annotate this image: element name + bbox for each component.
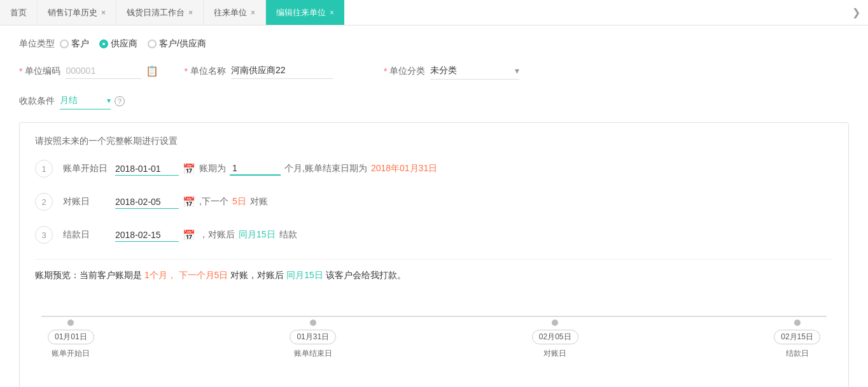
payment-settings-panel: 请按照未来的一个完整帐期进行设置 1 账单开始日 📅 账期为 个月,账单结束日期… [19, 122, 849, 387]
unit-category-select[interactable]: 未分类 ▾ [430, 62, 519, 80]
timeline-node-1: 01月31日 账单结束日 [290, 303, 336, 359]
preview-period: 1个月， [144, 270, 176, 280]
timeline-label-2: 对账日 [543, 348, 566, 359]
radio-circle-supplier [99, 39, 108, 48]
tab-edit-unit[interactable]: 编辑往来单位 × [266, 0, 344, 25]
payment-terms-value: 月结 [60, 95, 104, 106]
timeline-nodes: 01月01日 账单开始日 01月31日 账单结束日 02月05日 对账日 [48, 303, 820, 359]
radio-both[interactable]: 客户/供应商 [148, 38, 206, 50]
tab-home[interactable]: 首页 [0, 0, 38, 25]
timeline-label-3: 结款日 [786, 348, 809, 359]
unit-category-group: * 单位分类 未分类 ▾ [384, 62, 519, 80]
tab-cashier-label: 钱货日清工作台 [127, 7, 185, 18]
preview-text3: 该客户会给我打款。 [326, 270, 406, 280]
close-sales-history[interactable]: × [101, 8, 106, 17]
unit-category-star: * [384, 66, 387, 76]
unit-name-star: * [184, 66, 187, 76]
timeline-dot-3 [794, 320, 801, 326]
preview-payment: 同月15日 [286, 270, 323, 280]
timeline-label-1: 账单结束日 [294, 348, 332, 359]
unit-name-group: * 单位名称 [184, 63, 332, 79]
reconcile-day-highlight: 5日 [232, 196, 246, 208]
payment-terms-group: 收款条件 月结 ▾ ? [19, 92, 125, 109]
preview-reconcile: 下一个月5日 [179, 270, 228, 280]
radio-circle-customer [60, 39, 69, 48]
tab-home-label: 首页 [10, 7, 27, 18]
preview-label: 账期预览：当前客户账期是 [35, 270, 142, 280]
preview-section: 账期预览：当前客户账期是 1个月， 下一个月5日 对账，对账后 同月15日 该客… [35, 259, 833, 378]
close-cashier[interactable]: × [188, 8, 193, 17]
panel-hint: 请按照未来的一个完整帐期进行设置 [35, 136, 833, 147]
radio-label-both: 客户/供应商 [159, 38, 206, 50]
radio-group-unit-type: 客户 供应商 客户/供应商 [60, 38, 206, 50]
step-num-2: 2 [35, 193, 53, 211]
step-num-3: 3 [35, 226, 53, 244]
step-row-3: 3 结款日 📅 ，对账后 同月15日 结款 [35, 226, 833, 244]
radio-circle-both [148, 39, 157, 48]
timeline-badge-2: 02月05日 [532, 330, 578, 344]
step-row-1: 1 账单开始日 📅 账期为 个月,账单结束日期为 2018年01月31日 [35, 160, 833, 178]
payment-suffix: 结款 [279, 229, 297, 241]
payment-terms-help-icon[interactable]: ? [115, 96, 125, 106]
radio-supplier[interactable]: 供应商 [99, 38, 137, 50]
tab-bar: 首页 销售订单历史 × 钱货日清工作台 × 往来单位 × 编辑往来单位 × ❯ [0, 0, 868, 25]
tab-sales-history[interactable]: 销售订单历史 × [38, 0, 116, 25]
start-date-input[interactable] [115, 162, 179, 176]
timeline-dot-0 [67, 320, 74, 326]
period-unit-text: 个月,账单结束日期为 [284, 163, 367, 174]
timeline-node-3: 02月15日 结款日 [774, 303, 820, 359]
step-row-2: 2 对账日 📅 ,下一个 5日 对账 [35, 193, 833, 211]
radio-customer[interactable]: 客户 [60, 38, 89, 50]
radio-label-supplier: 供应商 [111, 38, 137, 50]
tab-unit-list-label: 往来单位 [214, 7, 247, 18]
payment-terms-select[interactable]: 月结 ▾ [60, 92, 111, 109]
step-label-1: 账单开始日 [63, 163, 108, 174]
unit-category-arrow-icon: ▾ [515, 66, 519, 76]
reconcile-suffix: 对账 [250, 196, 268, 208]
period-value-input[interactable] [230, 162, 281, 176]
preview-text: 账期预览：当前客户账期是 1个月， 下一个月5日 对账，对账后 同月15日 该客… [35, 270, 833, 281]
timeline-node-2: 02月05日 对账日 [532, 303, 578, 359]
payment-day-highlight: 同月15日 [239, 229, 276, 241]
period-end-date: 2018年01月31日 [371, 163, 437, 174]
reconcile-date-calendar-icon[interactable]: 📅 [183, 196, 195, 208]
step-label-2: 对账日 [63, 196, 108, 208]
start-date-calendar-icon[interactable]: 📅 [183, 163, 195, 175]
expand-tabs-button[interactable]: ❯ [844, 0, 868, 25]
reconcile-date-input[interactable] [115, 195, 179, 209]
tab-edit-unit-label: 编辑往来单位 [276, 7, 326, 18]
unit-type-group: 单位类型 客户 供应商 客户/供应商 [19, 38, 206, 50]
unit-code-label: 单位编码 [25, 66, 60, 77]
timeline-dot-2 [552, 320, 558, 326]
main-content: 单位类型 客户 供应商 客户/供应商 * 单位编码 [0, 25, 868, 387]
timeline-badge-1: 01月31日 [290, 330, 336, 344]
timeline-badge-0: 01月01日 [48, 330, 94, 344]
close-edit-unit[interactable]: × [330, 8, 334, 17]
payment-date-input[interactable] [115, 229, 179, 242]
tab-sales-history-label: 销售订单历史 [48, 7, 97, 18]
step-num-1: 1 [35, 160, 53, 178]
unit-name-label: 单位名称 [190, 66, 226, 77]
unit-info-row: * 单位编码 📋 * 单位名称 * 单位分类 未分类 ▾ [19, 62, 849, 80]
close-unit-list[interactable]: × [251, 8, 255, 17]
unit-type-row: 单位类型 客户 供应商 客户/供应商 [19, 38, 849, 50]
unit-category-label: 单位分类 [389, 66, 425, 77]
tab-unit-list[interactable]: 往来单位 × [204, 0, 266, 25]
timeline-label-0: 账单开始日 [52, 348, 90, 359]
preview-text2: 对账，对账后 [230, 270, 284, 280]
timeline-badge-3: 02月15日 [774, 330, 820, 344]
payment-terms-label: 收款条件 [19, 95, 55, 107]
unit-name-input[interactable] [231, 63, 333, 79]
unit-code-group: * 单位编码 📋 [19, 63, 158, 79]
period-label: 账期为 [199, 163, 226, 174]
reconcile-prefix: ,下一个 [199, 196, 228, 208]
unit-code-star: * [19, 66, 22, 76]
tab-cashier[interactable]: 钱货日清工作台 × [116, 0, 204, 25]
timeline-dot-1 [310, 320, 316, 326]
step-label-3: 结款日 [63, 229, 108, 241]
payment-prefix: ，对账后 [199, 229, 235, 241]
unit-code-input[interactable] [66, 63, 142, 79]
payment-date-calendar-icon[interactable]: 📅 [183, 229, 195, 241]
unit-code-icon[interactable]: 📋 [146, 65, 158, 77]
timeline: 01月01日 账单开始日 01月31日 账单结束日 02月05日 对账日 [35, 297, 833, 378]
